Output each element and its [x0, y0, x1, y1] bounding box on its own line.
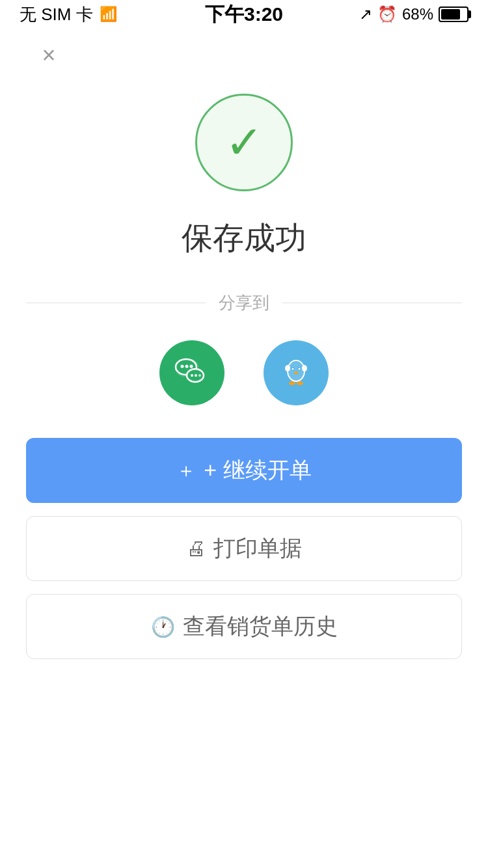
- qq-share-button[interactable]: [264, 340, 329, 405]
- alarm-icon: ⏰: [377, 5, 397, 23]
- location-icon: ↗: [359, 5, 372, 23]
- history-label: 查看销货单历史: [183, 612, 338, 642]
- success-circle: ✓: [195, 94, 293, 191]
- status-left: 无 SIM 卡 📶: [20, 3, 117, 26]
- continue-label: + 继续开单: [204, 455, 311, 485]
- wechat-share-button[interactable]: [159, 340, 224, 405]
- wifi-icon: 📶: [100, 6, 117, 23]
- divider-row: 分享到: [26, 292, 462, 314]
- history-button[interactable]: 🕐 查看销货单历史: [26, 594, 462, 659]
- divider-right: [282, 303, 462, 303]
- svg-point-7: [191, 374, 193, 377]
- svg-point-3: [181, 365, 184, 368]
- svg-point-4: [185, 365, 189, 368]
- main-content: ✓ 保存成功 分享到: [0, 29, 488, 698]
- battery-icon: [439, 7, 468, 22]
- svg-point-9: [198, 374, 201, 377]
- svg-point-16: [298, 368, 300, 370]
- svg-point-5: [190, 365, 193, 368]
- time-display: 下午3:20: [205, 1, 283, 28]
- action-buttons: ＋ + 继续开单 🖨 打印单据 🕐 查看销货单历史: [26, 438, 462, 659]
- svg-point-15: [291, 368, 293, 370]
- history-icon: 🕐: [151, 616, 175, 638]
- print-icon: 🖨: [186, 537, 206, 560]
- svg-point-19: [302, 365, 307, 372]
- status-right: ↗ ⏰ 68%: [359, 5, 468, 23]
- divider-left: [26, 303, 206, 303]
- wechat-icon: [172, 353, 211, 392]
- close-button[interactable]: ×: [33, 39, 65, 72]
- svg-point-17: [294, 372, 298, 374]
- checkmark-icon: ✓: [225, 120, 264, 165]
- close-icon: ×: [42, 42, 55, 69]
- plus-icon: ＋: [176, 457, 196, 484]
- battery-percent: 68%: [402, 5, 433, 23]
- print-label: 打印单据: [213, 534, 302, 563]
- svg-point-8: [195, 374, 197, 377]
- share-icons-row: [159, 340, 329, 405]
- svg-point-18: [285, 365, 290, 372]
- svg-point-21: [297, 381, 303, 385]
- no-sim-label: 无 SIM 卡: [20, 3, 93, 26]
- continue-button[interactable]: ＋ + 继续开单: [26, 438, 462, 503]
- success-title: 保存成功: [182, 217, 306, 259]
- status-bar: 无 SIM 卡 📶 下午3:20 ↗ ⏰ 68%: [0, 0, 488, 29]
- share-label: 分享到: [219, 292, 269, 314]
- print-button[interactable]: 🖨 打印单据: [26, 516, 462, 581]
- svg-point-20: [289, 381, 295, 385]
- qq-icon: [278, 355, 314, 391]
- share-section: 分享到: [26, 292, 462, 405]
